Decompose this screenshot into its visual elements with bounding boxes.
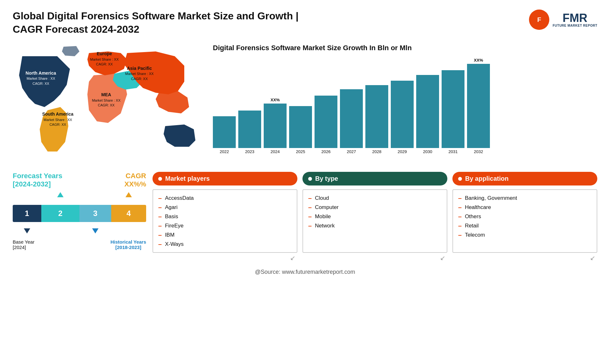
timeline-bottom-labels: Base Year [2024] Historical Years [2018-… [13,239,146,250]
page-title: Global Digital Forensics Software Market… [13,10,299,36]
list-item: – Computer [308,204,442,211]
panel-items-market-players: – AccessData – Agari – Basis – FireEye –… [152,189,297,253]
forecast-years: [2024-2032] [13,180,62,188]
forecast-cagr-row: Forecast Years [2024-2032] CAGR XX%% [13,172,146,188]
panel-dot-market-players [158,177,162,181]
bar-chart-container: XX% [213,59,597,158]
chart-title: Digital Forensics Software Market Size G… [213,44,597,53]
list-item: – Cloud [308,194,442,202]
panel-items-by-type: – Cloud – Computer – Mobile – Network [302,189,447,253]
triangle-base-down [24,228,30,233]
list-item: – Telecom [458,231,592,239]
list-item: – Banking, Government [458,194,592,202]
panel-header-by-application: By application [452,172,597,185]
logo-icon: F [529,10,549,30]
bar-2026 [315,94,337,148]
region-mea: MEA Market Share : XX CAGR: XX [92,92,120,108]
list-item: – Agari [158,204,292,211]
list-item: – AccessData [158,194,292,202]
base-year-label-block: Base Year [2024] [13,239,34,250]
triangle-cagr-up [125,192,132,197]
list-item: – Healthcare [458,204,592,211]
bar-2023 [238,109,261,148]
panel-by-type: By type – Cloud – Computer – Mobile – Ne… [302,172,447,263]
bar-2032: XX% [467,58,490,148]
forecast-label: Forecast Years [13,172,62,180]
bottom-section: Forecast Years [2024-2032] CAGR XX%% 1 2 [13,172,597,263]
panel-label-market-players: Market players [165,175,210,182]
panel-scroll-hint-app: ↙ [452,253,597,263]
list-item: – Others [458,213,592,220]
panel-label-by-type: By type [315,175,338,182]
triangle-forecast-up [57,192,64,197]
bar-2030 [416,74,439,148]
triangle-hist-down [92,228,98,233]
triangle-indicators-bottom [13,228,146,235]
timeline-seg-3: 3 [79,205,111,222]
list-item: – Network [308,222,442,229]
bar-2028 [365,84,388,148]
timeline-bar: 1 2 3 4 [13,205,146,222]
triangle-indicators-top [13,192,146,199]
bar-2027 [340,88,363,148]
logo: F FMR FUTURE MARKET REPORT [529,10,597,30]
forecast-years-block: Forecast Years [2024-2032] [13,172,62,188]
logo-subtitle: FUTURE MARKET REPORT [552,24,597,27]
year-labels: 2022 2023 2024 2025 2026 2027 2028 2029 … [213,149,597,154]
panel-scroll-hint-type: ↙ [302,253,447,263]
list-item: – Mobile [308,213,442,220]
panel-scroll-hint: ↙ [152,253,297,263]
panel-market-players: Market players – AccessData – Agari – Ba… [152,172,297,263]
panel-label-by-application: By application [465,175,509,182]
bar-2029 [391,79,414,148]
list-item: – IBM [158,231,292,239]
timeline-seg-1: 1 [13,205,41,222]
cagr-value: XX%% [125,180,146,188]
bar-chart: XX% [213,59,597,148]
panel-items-by-application: – Banking, Government – Healthcare – Oth… [452,189,597,253]
map-section: North America Market Share : XX CAGR: XX… [13,44,197,164]
market-panels: Market players – AccessData – Agari – Ba… [152,172,597,263]
timeline-seg-2: 2 [41,205,79,222]
cagr-block: CAGR XX%% [125,172,146,188]
list-item: – Retail [458,222,592,229]
logo-fmr: FMR [563,12,587,24]
world-map: North America Market Share : XX CAGR: XX… [13,44,197,164]
panel-by-application: By application – Banking, Government – H… [452,172,597,263]
region-north-america: North America Market Share : XX CAGR: XX [26,70,56,86]
bar-2022 [213,115,236,148]
cagr-label: CAGR [125,172,146,180]
timeline-box: Forecast Years [2024-2032] CAGR XX%% 1 2 [13,172,146,263]
region-asia-pacific: Asia Pacific Market Share : XX CAGR: XX [125,65,154,81]
page-header: Global Digital Forensics Software Market… [13,10,597,36]
panel-header-by-type: By type [302,172,447,185]
logo-text: FMR FUTURE MARKET REPORT [552,12,597,27]
timeline-seg-4: 4 [111,205,146,222]
list-item: – Basis [158,213,292,220]
source-line: @Source: www.futuremarketreport.com [13,269,597,275]
chart-section: Digital Forensics Software Market Size G… [207,44,597,164]
region-south-america: South America Market Share : XX CAGR: XX [42,111,73,127]
bar-2025 [289,105,312,148]
bar-2031 [442,69,464,148]
main-content: North America Market Share : XX CAGR: XX… [13,44,597,164]
bar-2024: XX% [264,98,287,148]
panel-dot-by-application [458,177,462,181]
historical-years-block: Historical Years [2018-2023] [111,239,146,250]
list-item: – FireEye [158,222,292,229]
panel-dot-by-type [308,177,312,181]
panel-header-market-players: Market players [152,172,297,185]
svg-text:F: F [537,16,541,23]
region-europe: Europe Market Share : XX CAGR: XX [90,51,119,67]
list-item: – X-Ways [158,240,292,248]
